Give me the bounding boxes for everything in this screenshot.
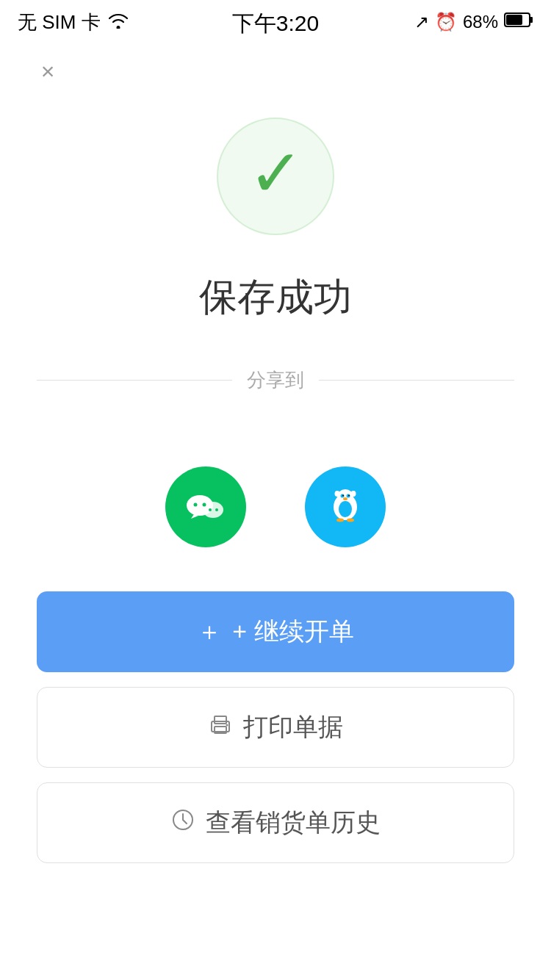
- battery-icon: [504, 12, 533, 32]
- svg-point-18: [339, 501, 352, 517]
- svg-point-15: [343, 497, 347, 500]
- svg-point-5: [194, 503, 198, 507]
- svg-point-17: [351, 491, 356, 497]
- divider-left: [37, 380, 232, 381]
- svg-point-24: [226, 724, 228, 727]
- svg-point-19: [336, 519, 344, 522]
- success-title: 保存成功: [199, 272, 352, 323]
- buttons-section: ＋ + 继续开单 打印单据 查看销货单历史: [0, 591, 551, 863]
- wechat-share-button[interactable]: [165, 466, 246, 547]
- svg-rect-1: [530, 17, 533, 23]
- checkmark-icon: ✓: [248, 140, 303, 206]
- continue-button[interactable]: ＋ + 继续开单: [37, 591, 514, 672]
- close-button[interactable]: ×: [29, 53, 66, 90]
- main-content: ✓ 保存成功 分享到: [0, 44, 551, 863]
- svg-point-6: [203, 503, 206, 507]
- wifi-icon: [108, 11, 129, 34]
- divider-right: [319, 380, 514, 381]
- status-time: 下午3:20: [232, 9, 319, 39]
- alarm-icon: ⏰: [435, 12, 457, 32]
- svg-point-20: [347, 519, 354, 522]
- share-icons: [165, 466, 386, 547]
- history-label: 查看销货单历史: [206, 806, 381, 840]
- status-bar: 无 SIM 卡 下午3:20 ↗ ⏰ 68%: [0, 0, 551, 44]
- qq-share-button[interactable]: [305, 466, 386, 547]
- history-button[interactable]: 查看销货单历史: [37, 782, 514, 863]
- printer-icon: [208, 712, 233, 743]
- svg-point-14: [348, 495, 350, 497]
- share-label: 分享到: [247, 367, 304, 393]
- svg-point-8: [215, 508, 218, 511]
- plus-icon: ＋: [197, 615, 222, 649]
- svg-point-16: [335, 491, 340, 497]
- svg-rect-22: [215, 716, 226, 724]
- location-icon: ↗: [414, 12, 429, 32]
- print-button[interactable]: 打印单据: [37, 687, 514, 768]
- status-left: 无 SIM 卡: [18, 10, 129, 35]
- battery-label: 68%: [463, 12, 498, 32]
- print-label: 打印单据: [243, 710, 343, 744]
- success-circle: ✓: [217, 118, 334, 235]
- svg-point-7: [209, 508, 212, 511]
- continue-label: + 继续开单: [232, 615, 353, 649]
- svg-point-13: [342, 495, 344, 497]
- qq-icon: [323, 485, 367, 529]
- share-section: 分享到: [0, 367, 551, 430]
- sim-label: 无 SIM 卡: [18, 10, 101, 35]
- close-icon: ×: [41, 58, 55, 85]
- wechat-icon: [181, 482, 231, 532]
- status-right: ↗ ⏰ 68%: [414, 12, 533, 32]
- share-divider: 分享到: [37, 367, 514, 393]
- svg-rect-2: [506, 15, 522, 25]
- clock-icon: [170, 807, 195, 838]
